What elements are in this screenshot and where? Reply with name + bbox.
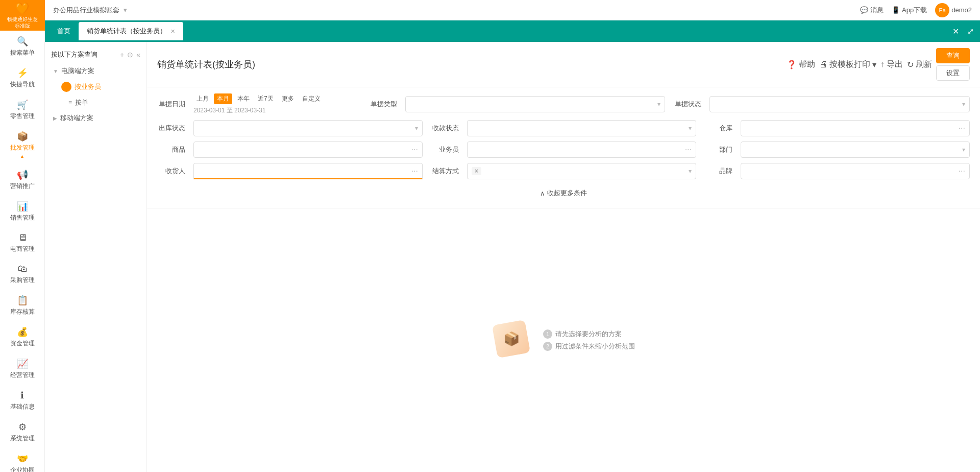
- sidebar-item-basic[interactable]: ℹ 基础信息: [0, 385, 44, 416]
- collapse-label: 收起更多条件: [547, 188, 587, 198]
- out-status-dropdown-icon[interactable]: ▾: [415, 125, 418, 132]
- retail-icon: 🛒: [17, 99, 28, 110]
- app-title-dropdown-icon[interactable]: ▾: [124, 6, 127, 14]
- tree-arrow-right: ▶: [53, 115, 57, 121]
- product-field[interactable]: ···: [193, 141, 423, 158]
- avatar-text: Ea: [939, 7, 946, 13]
- collect-status-field[interactable]: ▾: [467, 120, 696, 136]
- sidebar-item-label: 快捷导航: [10, 80, 35, 89]
- page-header: 销货单统计表(按业务员) ❓ 帮助 🖨 按模板打印 ▾ ↑ 导出: [147, 42, 980, 87]
- user-btn[interactable]: Ea demo2: [935, 3, 972, 17]
- salesman-field[interactable]: ···: [467, 141, 696, 158]
- tab-home[interactable]: 首页: [49, 22, 79, 40]
- tree-item-salesman[interactable]: 按业务员: [45, 79, 146, 95]
- query-button[interactable]: 查询: [936, 48, 970, 63]
- product-label: 商品: [157, 145, 185, 154]
- filter-row-2: 出库状态 ▾ 收款状态 ▾ 仓库 ···: [157, 120, 970, 136]
- filter-area: 单据日期 上月 本月 本年 近7天 更多 自定义 2023-03-01 至 20…: [147, 87, 980, 208]
- sidebar-item-shortcut[interactable]: ⚡ 快捷导航: [0, 62, 44, 94]
- main-area: 办公用品行业模拟账套 ▾ 💬 消息 📱 App下载 Ea demo2 首页: [45, 0, 980, 472]
- purchase-icon: 🛍: [18, 264, 27, 274]
- add-scheme-icon[interactable]: +: [120, 51, 124, 59]
- page-title: 销货单统计表(按业务员): [157, 58, 255, 77]
- receiver-dots-icon[interactable]: ···: [411, 167, 418, 176]
- tree-item-order-label: 按单: [75, 98, 88, 107]
- doc-type-field[interactable]: ▾: [405, 96, 666, 112]
- date-tab-last-month[interactable]: 上月: [193, 93, 212, 104]
- warehouse-dots-icon[interactable]: ···: [959, 124, 965, 133]
- tree-item-pc[interactable]: ▼ 电脑端方案: [45, 63, 146, 79]
- setting-button[interactable]: 设置: [936, 65, 970, 81]
- tab-close-window-icon[interactable]: ✕: [950, 25, 961, 38]
- date-tab-7days[interactable]: 近7天: [255, 93, 277, 104]
- export-btn[interactable]: ↑ 导出: [880, 59, 903, 70]
- sidebar: 🧡 畅捷通好生意 标准版 🔍 搜索菜单 ⚡ 快捷导航 🛒 零售管理 📦 批发管理…: [0, 0, 45, 472]
- salesman-dots-icon[interactable]: ···: [685, 145, 692, 154]
- doc-status-dropdown-icon[interactable]: ▾: [962, 101, 965, 108]
- edit-scheme-icon[interactable]: ⊙: [127, 51, 133, 59]
- sidebar-item-ecommerce[interactable]: 🖥 电商管理: [0, 227, 44, 258]
- sidebar-item-operations[interactable]: 📈 经营管理: [0, 353, 44, 385]
- empty-tip-1: 1 请先选择要分析的方案: [543, 329, 635, 339]
- dept-dropdown-icon[interactable]: ▾: [962, 146, 965, 153]
- sidebar-item-system[interactable]: ⚙ 系统管理: [0, 416, 44, 448]
- date-tab-more[interactable]: 更多: [279, 93, 297, 104]
- receiver-label: 收货人: [157, 167, 185, 176]
- empty-state-inner: 📦 1 请先选择要分析的方案 2 用过滤条件来缩小分析范围: [492, 320, 635, 361]
- tab-maximize-icon[interactable]: ⤢: [965, 25, 976, 38]
- shortcut-icon: ⚡: [17, 67, 28, 79]
- dept-field[interactable]: ▾: [741, 141, 970, 158]
- message-btn[interactable]: 💬 消息: [860, 6, 884, 15]
- warehouse-field[interactable]: ···: [741, 120, 970, 136]
- basic-icon: ℹ: [20, 390, 24, 401]
- ecommerce-icon: 🖥: [18, 232, 27, 243]
- message-label: 消息: [870, 6, 884, 15]
- sidebar-item-search[interactable]: 🔍 搜索菜单: [0, 31, 44, 62]
- tree-item-mobile[interactable]: ▶ 移动端方案: [45, 110, 146, 126]
- sidebar-item-inventory[interactable]: 📋 库存核算: [0, 290, 44, 321]
- print-dropdown-icon[interactable]: ▾: [872, 60, 876, 69]
- filter-row-3: 商品 ··· 业务员 ··· 部门 ▾: [157, 141, 970, 158]
- tree-item-order[interactable]: ≡ 按单: [45, 95, 146, 110]
- sidebar-item-wholesale[interactable]: 📦 批发管理 ▲: [0, 126, 44, 164]
- marketing-icon: 📢: [17, 169, 28, 180]
- collect-status-dropdown-icon[interactable]: ▾: [689, 125, 692, 132]
- date-tab-this-month[interactable]: 本月: [214, 93, 232, 104]
- template-print-btn[interactable]: 🖨 按模板打印 ▾: [819, 59, 876, 70]
- brand-dots-icon[interactable]: ···: [959, 167, 965, 176]
- settle-field[interactable]: × ▾: [467, 163, 696, 179]
- empty-icon: 📦: [492, 320, 533, 361]
- out-status-field[interactable]: ▾: [193, 120, 423, 136]
- doc-status-field[interactable]: ▾: [709, 96, 970, 112]
- date-tab-custom[interactable]: 自定义: [299, 93, 324, 104]
- sidebar-item-purchase[interactable]: 🛍 采购管理: [0, 258, 44, 290]
- sidebar-item-retail[interactable]: 🛒 零售管理: [0, 94, 44, 126]
- left-panel-header: 按以下方案查询 + ⊙ «: [45, 46, 146, 63]
- sidebar-item-label: 资金管理: [10, 339, 35, 348]
- sidebar-item-marketing[interactable]: 📢 营销推广: [0, 164, 44, 196]
- left-panel-icons: + ⊙ «: [120, 51, 140, 59]
- sidebar-item-finance[interactable]: 💰 资金管理: [0, 321, 44, 353]
- help-btn[interactable]: ❓ 帮助: [787, 59, 815, 70]
- product-dots-icon[interactable]: ···: [411, 145, 418, 154]
- settle-dropdown-icon[interactable]: ▾: [689, 168, 692, 175]
- date-tab-this-year[interactable]: 本年: [234, 93, 253, 104]
- receiver-field[interactable]: ···: [193, 163, 423, 179]
- sidebar-item-sales[interactable]: 📊 销售管理: [0, 196, 44, 227]
- collapse-icon: ∧: [540, 190, 545, 197]
- collapse-btn[interactable]: ∧ 收起更多条件: [157, 184, 970, 202]
- brand-field[interactable]: ···: [741, 163, 970, 179]
- tab-sales-stat[interactable]: 销货单统计表（按业务员） ✕: [79, 22, 183, 40]
- sidebar-item-label: 采购管理: [10, 276, 35, 285]
- tab-close-icon[interactable]: ✕: [170, 28, 175, 35]
- app-title: 办公用品行业模拟账套: [53, 6, 119, 15]
- doc-type-dropdown-icon[interactable]: ▾: [657, 101, 660, 108]
- app-download-btn[interactable]: 📱 App下载: [892, 6, 927, 15]
- content-area: 按以下方案查询 + ⊙ « ▼ 电脑端方案 按业务员 ≡ 按单: [45, 42, 980, 472]
- collapse-panel-icon[interactable]: «: [136, 51, 140, 59]
- box-emoji: 📦: [503, 331, 520, 347]
- download-icon: 📱: [892, 6, 900, 14]
- refresh-btn[interactable]: ↻ 刷新: [907, 59, 932, 70]
- system-icon: ⚙: [18, 421, 27, 433]
- sidebar-item-enterprise[interactable]: 🤝 企业协同: [0, 448, 44, 472]
